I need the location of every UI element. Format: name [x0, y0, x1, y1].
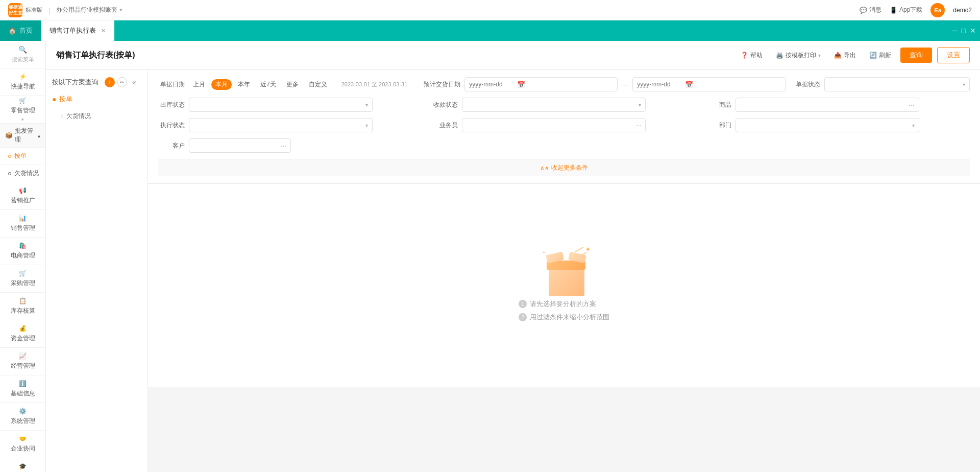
date-tab-last-month[interactable]: 上月: [189, 79, 209, 90]
empty-state: ✦ ✦ 1 请先选择要分析的方案: [158, 204, 970, 367]
exec-status-label: 执行状态: [158, 121, 185, 130]
scheme-item-press-order[interactable]: ● 按单: [46, 90, 148, 108]
sidebar-item-sales-mgmt[interactable]: 📊 销售管理: [0, 210, 45, 238]
sidebar-item-inventory[interactable]: 📋 库存核算: [0, 293, 45, 320]
chevron-up-icon: ▴: [38, 133, 40, 138]
page-title-row: 销售订单执行表(按单) ❓ 帮助 🖨️ 按模板打印 ▾ 📤 导出: [56, 47, 970, 63]
sidebar-item-label: 批发管理: [15, 127, 38, 144]
refresh-button[interactable]: 🔄 刷新: [865, 49, 895, 62]
topbar: 畅捷通好生意 标准版 | 办公用品行业模拟账套 ▾ 💬 消息 📱 App下载 E…: [0, 0, 980, 20]
date-tab-this-year[interactable]: 本年: [234, 79, 254, 90]
sidebar-item-wholesale[interactable]: 📦 批发管理 ▴: [0, 124, 45, 148]
collapse-more-button[interactable]: ∧∧ 收起更多条件: [158, 159, 970, 176]
sidebar-item-basic-info[interactable]: ℹ️ 基础信息: [0, 375, 45, 403]
window-close-icon[interactable]: ✕: [970, 27, 976, 35]
active-dot-icon: [8, 155, 11, 158]
salesperson-control[interactable]: ···: [462, 118, 646, 132]
sidebar-item-marketing[interactable]: 📢 营销推广: [0, 182, 45, 210]
refresh-icon: 🔄: [869, 52, 877, 59]
query-button[interactable]: 查询: [900, 48, 932, 63]
exec-status-control[interactable]: ▾: [189, 118, 373, 132]
sidebar-item-label: 基础信息: [11, 389, 35, 398]
home-icon: 🏠: [8, 27, 16, 35]
status-control[interactable]: ▾: [824, 77, 970, 91]
status-label: 单据状态: [794, 80, 820, 89]
chevron-down-icon: ▾: [21, 117, 24, 122]
sidebar-item-label: 电商管理: [11, 251, 35, 260]
avatar: Ea: [930, 3, 945, 17]
date-tab-last-7-days[interactable]: 近7天: [256, 79, 280, 90]
chevron-down-icon-3: ▾: [639, 102, 641, 108]
left-panel-title: 按以下方案查询: [52, 78, 99, 87]
sidebar-item-label: 企业协同: [11, 444, 35, 453]
sidebar-item-newbie[interactable]: 🎓 新手引导: [0, 458, 45, 472]
operations-icon: 📈: [19, 352, 27, 360]
expected-date-to-control[interactable]: 📅: [632, 77, 786, 91]
add-scheme-button[interactable]: +: [105, 77, 115, 87]
expected-date-from-input[interactable]: [469, 81, 515, 88]
sidebar-item-label: 系统管理: [11, 417, 35, 426]
sidebar-item-retail[interactable]: 🛒 零售管理 ▾: [0, 96, 45, 124]
sidebar-item-purchase[interactable]: 🛒 采购管理: [0, 265, 45, 293]
date-tab-this-month[interactable]: 本月: [211, 79, 232, 90]
sidebar-item-enterprise[interactable]: 🤝 企业协同: [0, 431, 45, 458]
left-panel-header: 按以下方案查询 + ✏ «: [46, 74, 148, 90]
tab-home[interactable]: 🏠 首页: [0, 20, 41, 41]
chevron-down-icon: ▾: [963, 82, 965, 87]
filter-item-product: 商品 ···: [705, 98, 970, 112]
expected-date-label: 预计交货日期: [424, 80, 460, 89]
out-status-control[interactable]: ▾: [189, 98, 373, 112]
product-control[interactable]: ···: [736, 98, 919, 112]
wholesale-icon: 📦: [5, 132, 13, 139]
newbie-icon: 🎓: [19, 463, 27, 470]
scheme-label: 按单: [59, 95, 72, 104]
help-button[interactable]: ❓ 帮助: [737, 49, 767, 62]
logo-icon: 畅捷通好生意: [8, 3, 22, 17]
sidebar: 🔍 搜索菜单 ⚡ 快捷导航 🛒 零售管理 ▾ 📦 批发管理 ▴ 按单 欠货情况 …: [0, 41, 46, 472]
tab-sales-order-table[interactable]: 销售订单执行表 ✕: [41, 20, 114, 41]
filter-row-1: 单据日期 上月 本月 本年 近7天 更多 自定义 2023-03-01 至 20…: [158, 77, 970, 91]
sidebar-item-label: 销售管理: [11, 224, 35, 232]
sidebar-sub-item-overdue[interactable]: 欠货情况: [0, 165, 45, 182]
receipt-status-control[interactable]: ▾: [462, 98, 646, 112]
collapse-left-panel-button[interactable]: «: [129, 77, 139, 87]
filter-item-status: 单据状态 ▾: [794, 77, 970, 91]
expected-date-from-control[interactable]: 📅: [464, 77, 618, 91]
breadcrumb[interactable]: 办公用品行业模拟账套 ▾: [56, 6, 122, 14]
scheme-active-icon: ●: [52, 95, 56, 103]
filter-item-out-status: 出库状态 ▾: [158, 98, 423, 112]
sidebar-item-finance[interactable]: 💰 资金管理: [0, 320, 45, 348]
system-icon: ⚙️: [19, 408, 27, 415]
template-print-button[interactable]: 🖨️ 按模板打印 ▾: [772, 49, 825, 62]
export-button[interactable]: 📤 导出: [830, 49, 860, 62]
department-control[interactable]: ▾: [736, 118, 919, 132]
app-download-button[interactable]: 📱 App下载: [890, 6, 922, 14]
print-icon: 🖨️: [776, 52, 783, 59]
settings-button[interactable]: 设置: [937, 47, 970, 63]
window-minimize-icon[interactable]: ─: [952, 27, 958, 35]
sidebar-item-ecommerce[interactable]: 🛍️ 电商管理: [0, 238, 45, 265]
expected-date-to-input[interactable]: [637, 81, 683, 88]
page-title: 销售订单执行表(按单): [56, 50, 135, 61]
sidebar-sub-item-press-order[interactable]: 按单: [0, 148, 45, 165]
retail-icon: 🛒: [19, 97, 27, 104]
window-maximize-icon[interactable]: □: [962, 27, 966, 35]
date-tab-custom[interactable]: 自定义: [305, 79, 331, 90]
edit-scheme-button[interactable]: ✏: [117, 77, 127, 87]
sidebar-item-operations[interactable]: 📈 经营管理: [0, 348, 45, 375]
sub-scheme-item-overdue[interactable]: ○ 欠货情况: [46, 108, 148, 125]
nav-tabs: 🏠 首页 销售订单执行表 ✕ ─ □ ✕: [0, 20, 980, 41]
date-tab-more[interactable]: 更多: [282, 79, 303, 90]
sidebar-item-system[interactable]: ⚙️ 系统管理: [0, 403, 45, 431]
sidebar-item-label: 库存核算: [11, 306, 35, 315]
sidebar-item-label: 资金管理: [11, 334, 35, 343]
customer-label: 客户: [158, 141, 185, 150]
sidebar-item-quick-nav[interactable]: ⚡ 快捷导航: [0, 68, 45, 96]
search-icon: 🔍: [18, 45, 27, 54]
customer-control[interactable]: ···: [189, 138, 291, 153]
message-button[interactable]: 💬 消息: [860, 6, 881, 14]
filter-row-2: 出库状态 ▾ 收款状态 ▾ 商品: [158, 98, 970, 112]
sidebar-search[interactable]: 🔍 搜索菜单: [0, 41, 45, 68]
basic-info-icon: ℹ️: [19, 380, 27, 387]
tab-close-icon[interactable]: ✕: [101, 28, 106, 34]
